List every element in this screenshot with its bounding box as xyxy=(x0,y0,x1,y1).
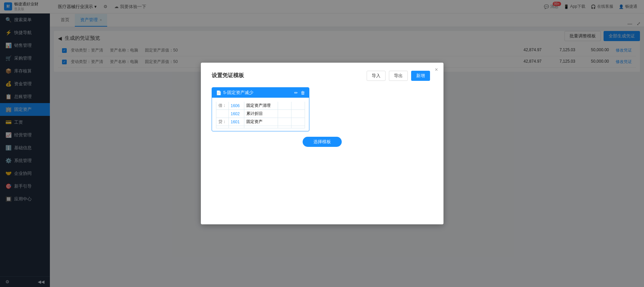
import-button[interactable]: 导入 xyxy=(367,71,386,81)
template-card-body: 借： 1606 固定资产清理 1602 累计折旧 xyxy=(212,98,309,131)
select-template-button[interactable]: 选择模板 xyxy=(303,137,342,147)
export-button[interactable]: 导出 xyxy=(389,71,408,81)
template-card-header: 📄 5-固定资产减少 ✏ 🗑 xyxy=(212,88,309,98)
template-delete-icon[interactable]: 🗑 xyxy=(301,90,305,95)
template-lines-table: 借： 1606 固定资产清理 1602 累计折旧 xyxy=(216,102,305,128)
template-line-row: 借： 1606 固定资产清理 xyxy=(216,102,305,110)
modal-close-button[interactable]: × xyxy=(435,67,438,73)
template-name: 5-固定资产减少 xyxy=(223,90,254,96)
template-edit-icon[interactable]: ✏ xyxy=(294,90,298,95)
set-voucher-template-modal: × 设置凭证模板 导入 导出 新增 📄 5-固定资产减少 ✏ 🗑 xyxy=(201,63,443,224)
template-card: 📄 5-固定资产减少 ✏ 🗑 借： 1606 固定资产清理 xyxy=(212,87,309,131)
modal-overlay: × 设置凭证模板 导入 导出 新增 📄 5-固定资产减少 ✏ 🗑 xyxy=(0,0,644,287)
modal-toolbar: 导入 导出 新增 xyxy=(367,71,430,81)
template-doc-icon: 📄 xyxy=(216,90,221,95)
template-empty-row xyxy=(216,126,305,128)
template-line-row: 1602 累计折旧 xyxy=(216,110,305,118)
template-line-row: 贷： 1601 固定资产 xyxy=(216,118,305,126)
new-template-button[interactable]: 新增 xyxy=(411,71,430,81)
